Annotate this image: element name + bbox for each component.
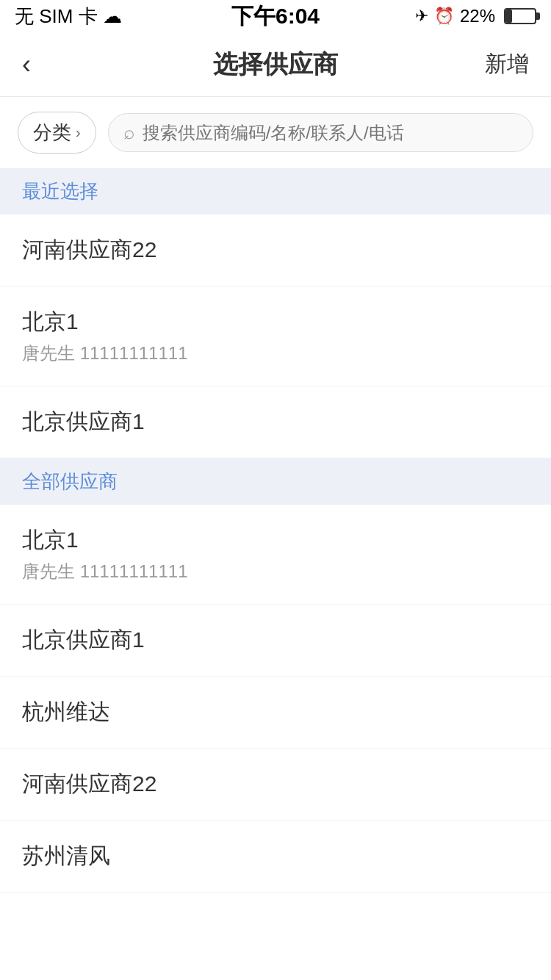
search-input[interactable] — [143, 123, 518, 143]
location-icon: ✈ — [415, 7, 428, 26]
search-bar: 分类 › ⌕ — [0, 97, 551, 168]
list-item[interactable]: 杭州维达 — [0, 677, 551, 749]
item-name: 北京1 — [22, 307, 529, 337]
recent-section-label: 最近选择 — [22, 180, 98, 202]
list-item[interactable]: 河南供应商22 — [0, 215, 551, 287]
item-name: 北京供应商1 — [22, 407, 529, 437]
back-button[interactable]: ‹ — [22, 49, 66, 80]
list-item[interactable]: 河南供应商22 — [0, 749, 551, 821]
list-item[interactable]: 北京1唐先生 11111111111 — [0, 505, 551, 605]
category-label: 分类 — [33, 120, 71, 145]
item-name: 北京1 — [22, 525, 529, 555]
chevron-icon: › — [76, 124, 81, 141]
alarm-icon: ⏰ — [434, 7, 454, 26]
all-section-header: 全部供应商 — [0, 458, 551, 505]
status-right: ✈ ⏰ 22% — [415, 6, 536, 26]
sim-text: 无 SIM 卡 ☁ — [15, 4, 122, 29]
recent-list: 河南供应商22北京1唐先生 11111111111北京供应商1 — [0, 215, 551, 458]
page-title: 选择供应商 — [213, 48, 338, 82]
list-item[interactable]: 北京1唐先生 11111111111 — [0, 287, 551, 386]
item-name: 河南供应商22 — [22, 235, 529, 265]
list-item[interactable]: 苏州清风 — [0, 821, 551, 893]
search-icon: ⌕ — [123, 121, 135, 144]
item-name: 苏州清风 — [22, 841, 529, 871]
item-name: 北京供应商1 — [22, 625, 529, 655]
category-button[interactable]: 分类 › — [18, 112, 96, 154]
item-name: 河南供应商22 — [22, 769, 529, 799]
nav-bar: ‹ 选择供应商 新增 — [0, 32, 551, 97]
all-list: 北京1唐先生 11111111111北京供应商1杭州维达河南供应商22苏州清风 — [0, 505, 551, 893]
status-left: 无 SIM 卡 ☁ — [15, 4, 122, 29]
list-item[interactable]: 北京供应商1 — [0, 386, 551, 458]
item-sub: 唐先生 11111111111 — [22, 342, 529, 365]
add-button[interactable]: 新增 — [485, 49, 529, 79]
status-bar: 无 SIM 卡 ☁ 下午6:04 ✈ ⏰ 22% — [0, 0, 551, 32]
item-sub: 唐先生 11111111111 — [22, 560, 529, 583]
status-time: 下午6:04 — [231, 1, 320, 32]
battery-icon — [504, 8, 536, 24]
battery-percent: 22% — [460, 6, 495, 26]
list-item[interactable]: 北京供应商1 — [0, 605, 551, 677]
item-name: 杭州维达 — [22, 697, 529, 727]
recent-section-header: 最近选择 — [0, 168, 551, 215]
search-input-wrap: ⌕ — [108, 113, 533, 152]
all-section-label: 全部供应商 — [22, 470, 118, 492]
